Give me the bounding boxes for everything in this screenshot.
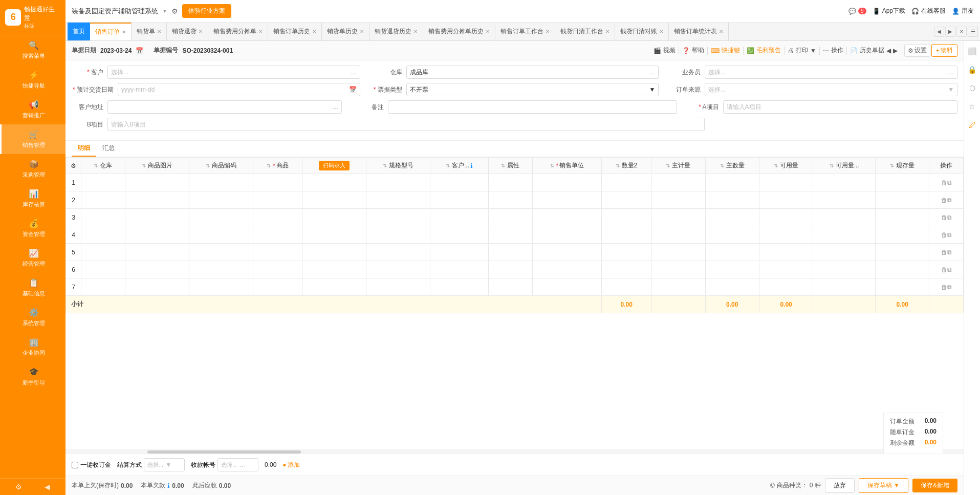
row-code[interactable] (189, 278, 253, 296)
delete-icon[interactable]: 🗑 (941, 197, 947, 204)
row-scan[interactable] (302, 209, 366, 226)
row-available2[interactable] (813, 278, 876, 296)
row-warehouse[interactable] (81, 209, 125, 226)
row-qty2[interactable] (602, 278, 651, 296)
row-product[interactable] (253, 174, 302, 191)
row-product[interactable] (253, 244, 302, 261)
row-code[interactable] (189, 261, 253, 278)
tab-close-icon[interactable]: ✕ (360, 29, 364, 34)
sidebar-item-search[interactable]: 🔍 搜索菜单 (0, 35, 66, 65)
row-available[interactable] (759, 244, 813, 261)
row-attr[interactable] (488, 278, 532, 296)
row-action[interactable]: 🗑⧉ (929, 226, 964, 244)
row-available2[interactable] (813, 261, 876, 278)
delete-icon[interactable]: 🗑 (941, 214, 947, 221)
row-code[interactable] (189, 244, 253, 261)
row-scan[interactable] (302, 261, 366, 278)
row-qty2[interactable] (602, 209, 651, 226)
sidebar-item-inventory[interactable]: 📊 库存核算 (0, 184, 66, 213)
row-customer-code[interactable] (430, 209, 489, 226)
row-attr[interactable] (488, 226, 532, 244)
delete-icon[interactable]: 🗑 (941, 179, 947, 186)
row-warehouse[interactable] (81, 261, 125, 278)
sidebar-item-system[interactable]: ⚙️ 系统管理 (0, 303, 66, 332)
tab-goods-history[interactable]: 销货单历史 ✕ (322, 23, 369, 41)
row-attr[interactable] (488, 261, 532, 278)
collapse-icon[interactable]: ◀ (45, 483, 50, 491)
sort-icon[interactable]: ⇅ (616, 163, 620, 168)
copy-icon[interactable]: ⧉ (947, 284, 952, 291)
sort-icon[interactable]: ⇅ (666, 163, 670, 168)
sidebar-item-operation[interactable]: 📈 经营管理 (0, 243, 66, 273)
row-image[interactable] (125, 244, 189, 261)
topbar-gear-icon[interactable]: ⚙ (171, 7, 178, 15)
row-available[interactable] (759, 191, 813, 209)
row-current[interactable] (875, 244, 929, 261)
sidebar-item-sales[interactable]: 🛒 销售管理 (0, 124, 66, 154)
tab-return-history[interactable]: 销货退货历史 ✕ (369, 23, 423, 41)
table-wrapper[interactable]: ⚙ ⇅仓库 ⇅商品图片 ⇅商品编码 ⇅*商品 扫码录入 ⇅规格型号 ⇅客户...… (66, 157, 964, 449)
row-main-unit[interactable] (651, 191, 705, 209)
warehouse-input[interactable]: 成品库 … (406, 66, 659, 79)
row-main-unit[interactable] (651, 261, 705, 278)
tab-prev-btn[interactable]: ◀ (934, 27, 944, 37)
row-product[interactable] (253, 261, 302, 278)
row-main-qty[interactable] (705, 209, 759, 226)
customer-address-input[interactable]: … (107, 100, 342, 114)
row-available[interactable] (759, 209, 813, 226)
b-project-input[interactable] (107, 118, 705, 131)
help-btn[interactable]: ❓ 帮助 (682, 46, 704, 55)
row-unit[interactable] (532, 278, 602, 296)
tab-order-history[interactable]: 销售订单历史 ✕ (268, 23, 322, 41)
row-unit[interactable] (532, 174, 602, 191)
copy-icon[interactable]: ⧉ (947, 179, 952, 186)
user-item[interactable]: 👤 用友 (952, 7, 974, 15)
row-spec[interactable] (366, 174, 430, 191)
row-available2[interactable] (813, 244, 876, 261)
row-scan[interactable] (302, 191, 366, 209)
sidebar-item-marketing[interactable]: 📢 营销推广 (0, 95, 66, 124)
row-customer-code[interactable] (430, 174, 489, 191)
row-code[interactable] (189, 209, 253, 226)
save-draft-btn[interactable]: 保存草稿 ▼ (859, 478, 908, 493)
customer-input[interactable]: 选择... … (107, 66, 360, 79)
customer-dots-icon[interactable]: … (351, 69, 357, 76)
sort-icon[interactable]: ⇅ (720, 163, 724, 168)
row-warehouse[interactable] (81, 191, 125, 209)
calendar2-icon[interactable]: 📅 (349, 86, 357, 93)
row-current[interactable] (875, 174, 929, 191)
row-unit[interactable] (532, 244, 602, 261)
table-scroll-thumb[interactable] (147, 450, 301, 454)
online-support-item[interactable]: 🎧 在线客服 (911, 7, 946, 15)
history-nav-left[interactable]: ◀ (886, 47, 891, 54)
tab-expense-history[interactable]: 销售费用分摊单历史 ✕ (423, 23, 495, 41)
sort-icon[interactable]: ⇅ (94, 163, 98, 168)
row-current[interactable] (875, 261, 929, 278)
sort-icon[interactable]: ⇅ (501, 163, 505, 168)
th-settings[interactable]: ⚙ (66, 158, 81, 174)
row-spec[interactable] (366, 209, 430, 226)
row-image[interactable] (125, 209, 189, 226)
sub-tab-detail[interactable]: 明细 (72, 141, 96, 157)
row-available2[interactable] (813, 226, 876, 244)
sort-icon[interactable]: ⇅ (774, 163, 778, 168)
delete-icon[interactable]: 🗑 (941, 231, 947, 239)
row-main-unit[interactable] (651, 174, 705, 191)
row-action[interactable]: 🗑⧉ (929, 261, 964, 278)
sort-icon[interactable]: ⇅ (142, 163, 146, 168)
sidebar-item-guide[interactable]: 🎓 新手引导 (0, 362, 66, 392)
row-customer-code[interactable] (430, 244, 489, 261)
row-attr[interactable] (488, 191, 532, 209)
right-icon-4[interactable]: ☆ (967, 100, 977, 113)
row-image[interactable] (125, 226, 189, 244)
sidebar-item-quick[interactable]: ⚡ 快捷导航 (0, 65, 66, 95)
row-unit[interactable] (532, 191, 602, 209)
row-available[interactable] (759, 278, 813, 296)
row-main-unit[interactable] (651, 244, 705, 261)
row-available[interactable] (759, 261, 813, 278)
row-image[interactable] (125, 278, 189, 296)
scan-btn[interactable]: 扫码录入 (319, 161, 350, 170)
row-available2[interactable] (813, 174, 876, 191)
sidebar-item-finance[interactable]: 💰 资金管理 (0, 213, 66, 243)
row-current[interactable] (875, 226, 929, 244)
